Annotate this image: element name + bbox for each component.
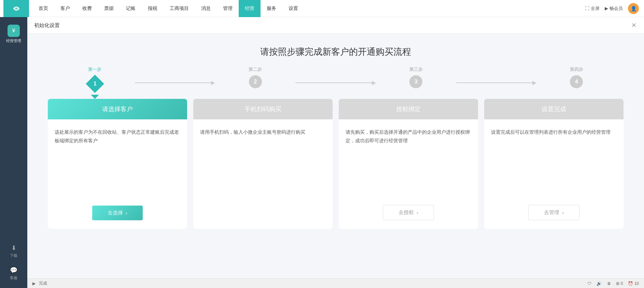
nav-operation[interactable]: 经营: [239, 0, 261, 17]
step-4-indicator: 第四步 4: [536, 66, 617, 88]
play-icon: ▶: [605, 6, 608, 11]
sidebar-download[interactable]: ⬇ 下载: [0, 240, 27, 262]
operation-icon: ¥: [8, 25, 20, 37]
grid-status: ⊞ 0: [616, 281, 623, 286]
connector-1: ▶: [135, 79, 215, 86]
go-select-arrow: ›: [126, 210, 127, 216]
card-3-title: 授权绑定: [396, 106, 421, 113]
step-2-indicator: 第二步 2: [215, 66, 295, 88]
sidebar: ¥ 经营管理 ⬇ 下载 💬 客服: [0, 17, 27, 288]
card-1-header: 请选择客户: [48, 99, 187, 119]
go-auth-button[interactable]: 去授权 ›: [383, 205, 434, 220]
card-3-text: 请先购买，购买后选择开通的产品中的企业用户进行授权绑定，成功后即可进行经营管理: [346, 129, 470, 143]
card-1-footer: 去选择 ›: [48, 200, 187, 229]
nav-manage[interactable]: 管理: [217, 0, 239, 17]
step-card-4: 设置完成 设置完成后可以在管理列表进行所有企业用户的经营管理 去管理 ›: [484, 99, 624, 229]
step-3-indicator: 第三步 3: [376, 66, 456, 88]
play-status-icon: ▶: [32, 281, 36, 286]
cards-row: 请选择客户 该处展示的客户为不在回收站、客户状态正常建账后完成老板端绑定的所有客…: [27, 99, 644, 229]
nav-business[interactable]: 工商项目: [164, 0, 195, 17]
step-1-number: 1: [93, 81, 96, 87]
step-1-indicator: 第一步 1: [55, 66, 135, 92]
user-avatar[interactable]: 👤: [628, 3, 639, 14]
card-3-footer: 去授权 ›: [339, 200, 478, 229]
nav-home[interactable]: 首页: [32, 0, 54, 17]
step-card-3: 授权绑定 请先购买，购买后选择开通的产品中的企业用户进行授权绑定，成功后即可进行…: [339, 99, 478, 229]
step-indicator-row: 第一步 1 ▶ 第二步 2: [27, 63, 644, 94]
go-select-label: 去选择: [108, 210, 123, 216]
go-manage-arrow: ›: [562, 210, 564, 215]
nav-customer[interactable]: 客户: [54, 0, 76, 17]
page-title: 初始化设置: [34, 22, 60, 29]
download-label: 下载: [10, 253, 17, 258]
member-label: 畅会员: [610, 5, 623, 12]
sidebar-item-operation[interactable]: ¥ 经营管理: [0, 21, 27, 48]
support-label: 客服: [10, 275, 17, 280]
nav-fee[interactable]: 收费: [76, 0, 98, 17]
card-2-header: 手机扫码购买: [193, 99, 333, 119]
card-4-text: 设置完成后可以在管理列表进行所有企业用户的经营管理: [491, 129, 611, 135]
go-select-button[interactable]: 去选择 ›: [92, 206, 143, 220]
card-4-body: 设置完成后可以在管理列表进行所有企业用户的经营管理: [484, 119, 624, 200]
step-3-label: 第三步: [409, 66, 423, 73]
main-title: 请按照步骤完成新客户的开通购买流程: [27, 46, 644, 58]
card-3-header: 授权绑定: [339, 99, 478, 119]
card-2-title: 手机扫码购买: [244, 106, 281, 113]
step-card-2: 手机扫码购买 请用手机扫码，输入小微企业主账号密码进行购买: [193, 99, 333, 229]
status-bar: ▶ 完成 🛡 🔊 🖥 ⊞ 0 ⏰ 10: [27, 278, 644, 288]
step-1-label: 第一步: [88, 66, 101, 73]
card-1-text: 该处展示的客户为不在回收站、客户状态正常建账后完成老板端绑定的所有客户: [55, 129, 179, 143]
support-icon: 💬: [10, 266, 17, 274]
status-bar-right: 🛡 🔊 🖥 ⊞ 0 ⏰ 10: [587, 281, 639, 286]
step-2-label: 第二步: [249, 66, 262, 73]
close-button[interactable]: ✕: [630, 22, 637, 29]
nav-tax[interactable]: 报税: [142, 0, 164, 17]
status-label: 完成: [39, 280, 47, 286]
download-icon: ⬇: [11, 244, 16, 252]
go-auth-arrow: ›: [417, 210, 418, 215]
sidebar-item-label: 经营管理: [6, 38, 21, 43]
sidebar-bottom: ⬇ 下载 💬 客服: [0, 240, 27, 288]
top-nav: 首页 客户 收费 票据 记账 报税 工商项目 消息 管理 经营 服务 设置 ⛶ …: [0, 0, 644, 17]
fullscreen-icon: ⛶: [585, 6, 589, 11]
step-pointers: [27, 94, 644, 99]
nav-invoice[interactable]: 票据: [98, 0, 120, 17]
sidebar-support[interactable]: 💬 客服: [0, 262, 27, 285]
connector-3: ▶: [456, 79, 536, 86]
app-logo[interactable]: [3, 0, 29, 17]
card-2-footer: [193, 215, 333, 229]
card-2-text: 请用手机扫码，输入小微企业主账号密码进行购买: [200, 129, 305, 135]
card-4-title: 设置完成: [542, 106, 566, 113]
nav-message[interactable]: 消息: [195, 0, 217, 17]
go-manage-label: 去管理: [544, 209, 559, 216]
monitor-icon: 🖥: [607, 281, 611, 286]
card-3-body: 请先购买，购买后选择开通的产品中的企业用户进行授权绑定，成功后即可进行经营管理: [339, 119, 478, 200]
fullscreen-label: 全屏: [591, 5, 600, 12]
step-4-number: 4: [575, 79, 578, 85]
nav-service[interactable]: 服务: [261, 0, 282, 17]
page-header: 初始化设置 ✕: [27, 17, 644, 34]
fullscreen-button[interactable]: ⛶ 全屏: [585, 5, 600, 12]
volume-icon: 🔊: [597, 281, 602, 286]
nav-menu: 首页 客户 收费 票据 记账 报税 工商项目 消息 管理 经营 服务 设置: [29, 0, 585, 17]
step-2-number: 2: [254, 79, 257, 85]
step-1-node: 1: [86, 75, 103, 92]
content-area: 初始化设置 ✕ 请按照步骤完成新客户的开通购买流程 第一步 1 ▶: [27, 17, 644, 288]
card-4-header: 设置完成: [484, 99, 624, 119]
card-1-title: 请选择客户: [102, 106, 133, 113]
go-manage-button[interactable]: 去管理 ›: [528, 205, 579, 220]
step-4-label: 第四步: [570, 66, 583, 73]
nav-accounting[interactable]: 记账: [120, 0, 142, 17]
nav-right-area: ⛶ 全屏 ▶ 畅会员 👤: [585, 3, 644, 14]
nav-settings[interactable]: 设置: [282, 0, 304, 17]
card-4-footer: 去管理 ›: [484, 200, 624, 229]
member-button[interactable]: ▶ 畅会员: [605, 5, 623, 12]
step-3-number: 3: [415, 79, 418, 85]
step-card-1: 请选择客户 该处展示的客户为不在回收站、客户状态正常建账后完成老板端绑定的所有客…: [48, 99, 187, 229]
main-layout: ¥ 经营管理 ⬇ 下载 💬 客服 初始化设置 ✕ 请按照步骤完成新客户的开通购买…: [0, 17, 644, 288]
time-status: ⏰ 10: [628, 281, 639, 286]
card-2-body: 请用手机扫码，输入小微企业主账号密码进行购买: [193, 119, 333, 215]
shield-icon: 🛡: [587, 281, 591, 286]
go-auth-label: 去授权: [398, 209, 414, 216]
card-1-body: 该处展示的客户为不在回收站、客户状态正常建账后完成老板端绑定的所有客户: [48, 119, 187, 200]
